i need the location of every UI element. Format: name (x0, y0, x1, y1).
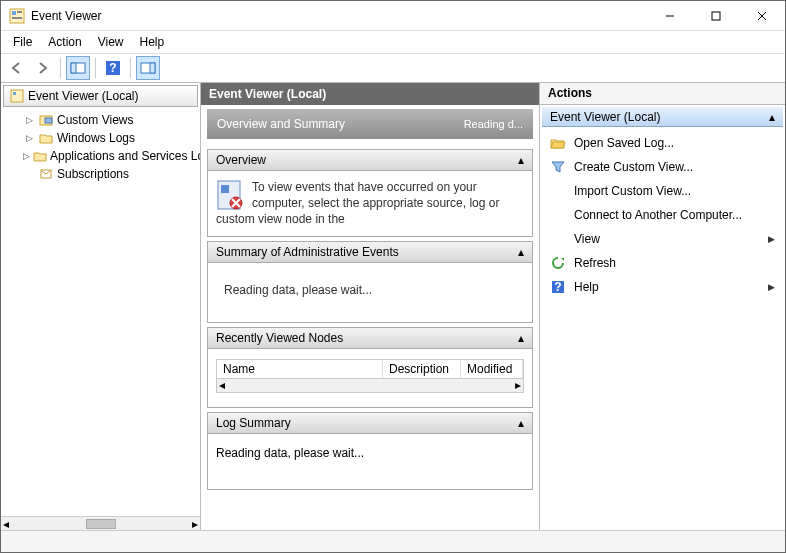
folder-icon (38, 130, 54, 146)
tree-item-label: Custom Views (57, 113, 133, 127)
folder-icon (33, 148, 47, 164)
window-title: Event Viewer (31, 9, 647, 23)
action-import-custom-view[interactable]: Import Custom View... (540, 179, 785, 203)
menu-help[interactable]: Help (132, 33, 173, 51)
action-refresh[interactable]: Refresh (540, 251, 785, 275)
minimize-button[interactable] (647, 1, 693, 31)
event-viewer-icon (10, 89, 24, 103)
blank-icon (550, 207, 566, 223)
refresh-icon (550, 255, 566, 271)
toolbar: ? (1, 53, 785, 83)
table-scrollbar[interactable]: ◂ ▸ (216, 379, 524, 393)
section-title: Overview (216, 153, 266, 167)
back-button[interactable] (5, 56, 29, 80)
svg-rect-17 (45, 118, 52, 123)
subscriptions-icon (38, 166, 54, 182)
tree-item-subscriptions[interactable]: Subscriptions (1, 165, 200, 183)
filter-icon (550, 159, 566, 175)
action-create-custom-view[interactable]: Create Custom View... (540, 155, 785, 179)
section-log-body: Reading data, please wait... (207, 434, 533, 490)
scroll-right-icon[interactable]: ▸ (192, 517, 198, 531)
tree-body: ▷ Custom Views ▷ Windows Logs ▷ Applicat… (1, 109, 200, 516)
tree-root-header[interactable]: Event Viewer (Local) (3, 85, 198, 107)
blank-icon (550, 183, 566, 199)
section-log-header[interactable]: Log Summary ▴ (207, 412, 533, 434)
show-tree-button[interactable] (66, 56, 90, 80)
forward-button[interactable] (31, 56, 55, 80)
help-button[interactable]: ? (101, 56, 125, 80)
scroll-left-icon[interactable]: ◂ (3, 517, 9, 531)
collapse-icon[interactable]: ▴ (518, 331, 524, 345)
main: Event Viewer (Local) ▷ Custom Views ▷ Wi… (1, 83, 785, 530)
section-title: Recently Viewed Nodes (216, 331, 343, 345)
collapse-icon[interactable]: ▴ (518, 245, 524, 259)
scroll-left-icon[interactable]: ◂ (219, 378, 225, 392)
svg-text:?: ? (109, 61, 116, 75)
tree-item-windows-logs[interactable]: ▷ Windows Logs (1, 129, 200, 147)
tree-item-label: Applications and Services Lo (50, 149, 200, 163)
titlebar: Event Viewer (1, 1, 785, 31)
section-recent-body: Name Description Modified ◂ ▸ (207, 349, 533, 408)
scroll-right-icon[interactable]: ▸ (515, 378, 521, 392)
expander-icon[interactable]: ▷ (23, 150, 30, 162)
svg-rect-2 (17, 11, 22, 13)
collapse-icon[interactable]: ▴ (518, 153, 524, 167)
show-actions-button[interactable] (136, 56, 160, 80)
col-name[interactable]: Name (217, 360, 383, 378)
scroll-thumb[interactable] (86, 519, 116, 529)
action-label: Help (574, 280, 760, 294)
section-overview-header[interactable]: Overview ▴ (207, 149, 533, 171)
log-status: Reading data, please wait... (216, 446, 524, 460)
toolbar-separator (130, 58, 131, 78)
tree-item-apps-services[interactable]: ▷ Applications and Services Lo (1, 147, 200, 165)
actions-group-label: Event Viewer (Local) (550, 110, 661, 124)
recent-nodes-table: Name Description Modified ◂ ▸ (216, 359, 524, 393)
collapse-icon[interactable]: ▴ (518, 416, 524, 430)
section-overview-body: To view events that have occurred on you… (207, 171, 533, 237)
action-help[interactable]: ? Help ▶ (540, 275, 785, 299)
folder-view-icon (38, 112, 54, 128)
detail-body: Overview ▴ To view events that have occu… (201, 145, 539, 530)
horizontal-scrollbar[interactable]: ◂ ▸ (1, 516, 200, 530)
menu-file[interactable]: File (5, 33, 40, 51)
app-icon (9, 8, 25, 24)
svg-rect-14 (11, 90, 23, 102)
tree-item-custom-views[interactable]: ▷ Custom Views (1, 111, 200, 129)
collapse-icon[interactable]: ▴ (769, 110, 775, 124)
maximize-button[interactable] (693, 1, 739, 31)
tree-root-label: Event Viewer (Local) (28, 89, 139, 103)
menu-view[interactable]: View (90, 33, 132, 51)
section-summary-body: Reading data, please wait... (207, 263, 533, 323)
expander-icon[interactable]: ▷ (23, 132, 35, 144)
overview-title: Overview and Summary (217, 117, 345, 131)
section-title: Log Summary (216, 416, 291, 430)
menu-action[interactable]: Action (40, 33, 89, 51)
events-icon (216, 179, 244, 211)
action-open-saved-log[interactable]: Open Saved Log... (540, 131, 785, 155)
svg-rect-9 (71, 63, 76, 73)
action-label: Create Custom View... (574, 160, 775, 174)
col-modified[interactable]: Modified (461, 360, 523, 378)
overview-bar: Overview and Summary Reading d... (207, 109, 533, 139)
expander-icon[interactable]: ▷ (23, 114, 35, 126)
help-icon: ? (550, 279, 566, 295)
action-view[interactable]: View ▶ (540, 227, 785, 251)
section-title: Summary of Administrative Events (216, 245, 399, 259)
action-connect-computer[interactable]: Connect to Another Computer... (540, 203, 785, 227)
toolbar-separator (95, 58, 96, 78)
action-label: Open Saved Log... (574, 136, 775, 150)
menubar: File Action View Help (1, 31, 785, 53)
actions-group-header[interactable]: Event Viewer (Local) ▴ (542, 107, 783, 127)
tree-item-label: Subscriptions (57, 167, 129, 181)
submenu-arrow-icon: ▶ (768, 282, 775, 292)
actions-list: Open Saved Log... Create Custom View... … (540, 129, 785, 301)
close-button[interactable] (739, 1, 785, 31)
section-recent-header[interactable]: Recently Viewed Nodes ▴ (207, 327, 533, 349)
col-description[interactable]: Description (383, 360, 461, 378)
section-summary-header[interactable]: Summary of Administrative Events ▴ (207, 241, 533, 263)
summary-status: Reading data, please wait... (216, 271, 524, 309)
spacer (23, 168, 35, 180)
action-label: Import Custom View... (574, 184, 775, 198)
toolbar-separator (60, 58, 61, 78)
svg-rect-3 (12, 17, 22, 19)
